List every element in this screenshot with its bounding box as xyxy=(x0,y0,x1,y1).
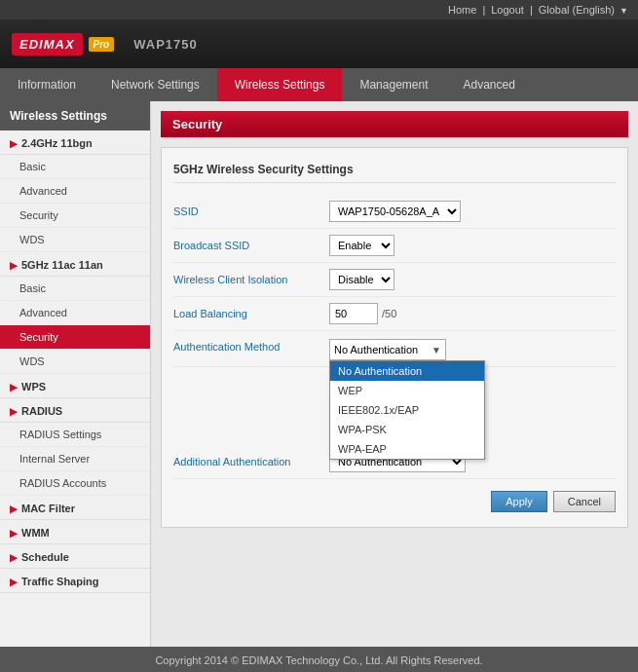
arrow-icon-mac: ▶ xyxy=(10,504,18,514)
auth-option-no-auth[interactable]: No Authentication xyxy=(330,361,484,381)
ssid-control: WAP1750-05628A_A xyxy=(329,201,461,222)
button-row: Apply Cancel xyxy=(173,491,616,512)
broadcast-ssid-control: Enable Disable xyxy=(329,235,394,256)
nav-item-network-settings[interactable]: Network Settings xyxy=(94,68,217,101)
broadcast-ssid-select[interactable]: Enable Disable xyxy=(329,235,394,256)
sidebar-title: Wireless Settings xyxy=(0,101,150,131)
footer-text: Copyright 2014 © EDIMAX Technology Co., … xyxy=(155,654,482,666)
sep2: | xyxy=(530,4,533,16)
auth-method-label: Authentication Method xyxy=(173,339,329,353)
arrow-icon: ▶ xyxy=(10,138,18,149)
arrow-icon-wps: ▶ xyxy=(10,382,18,392)
nav-item-wireless-settings[interactable]: Wireless Settings xyxy=(217,68,343,101)
arrow-icon-traffic: ▶ xyxy=(10,577,18,587)
sidebar-section-schedule[interactable]: ▶ Schedule xyxy=(0,544,150,569)
logout-link[interactable]: Logout xyxy=(491,4,524,16)
header: EDIMAX Pro WAP1750 xyxy=(0,19,638,68)
sidebar-item-wds-2g[interactable]: WDS xyxy=(0,228,150,252)
auth-method-dropdown-container: No Authentication ▼ No Authentication WE… xyxy=(329,339,446,360)
top-bar: Home | Logout | Global (English) ▼ xyxy=(0,0,638,19)
sidebar-item-security-5g[interactable]: Security xyxy=(0,325,150,350)
sidebar-section-traffic-shaping[interactable]: ▶ Traffic Shaping xyxy=(0,569,150,593)
sep1: | xyxy=(482,4,485,16)
chevron-down-icon: ▼ xyxy=(619,6,628,16)
sidebar-item-internal-server[interactable]: Internal Server xyxy=(0,447,150,471)
nav-item-information[interactable]: Information xyxy=(0,68,94,101)
sidebar-section-2ghz[interactable]: ▶ 2.4GHz 11bgn xyxy=(0,131,150,155)
arrow-icon-5g: ▶ xyxy=(10,260,18,271)
arrow-icon-wmm: ▶ xyxy=(10,528,18,539)
sidebar-item-radius-settings[interactable]: RADIUS Settings xyxy=(0,423,150,447)
client-isolation-control: Disable Enable xyxy=(329,269,394,290)
sidebar-section-5ghz[interactable]: ▶ 5GHz 11ac 11an xyxy=(0,252,150,277)
panel-title: 5GHz Wireless Security Settings xyxy=(173,163,616,183)
sidebar-section-mac-filter[interactable]: ▶ MAC Filter xyxy=(0,496,150,520)
auth-option-ieee8021x[interactable]: IEEE802.1x/EAP xyxy=(330,400,484,420)
device-name: WAP1750 xyxy=(133,37,198,52)
broadcast-ssid-row: Broadcast SSID Enable Disable xyxy=(173,229,616,263)
client-isolation-select[interactable]: Disable Enable xyxy=(329,269,394,290)
client-isolation-label: Wireless Client Isolation xyxy=(173,274,329,285)
main-nav: Information Network Settings Wireless Se… xyxy=(0,68,638,101)
additional-auth-label: Additional Authentication xyxy=(173,456,329,467)
auth-method-dropdown-list: No Authentication WEP IEEE802.1x/EAP WPA… xyxy=(329,360,485,460)
brand-logo: EDIMAX xyxy=(12,33,83,56)
layout: Wireless Settings ▶ 2.4GHz 11bgn Basic A… xyxy=(0,101,638,647)
arrow-icon-radius: ▶ xyxy=(10,406,18,417)
home-link[interactable]: Home xyxy=(448,4,476,16)
cancel-button[interactable]: Cancel xyxy=(553,491,616,512)
auth-method-row: Authentication Method No Authentication … xyxy=(173,331,616,367)
sidebar: Wireless Settings ▶ 2.4GHz 11bgn Basic A… xyxy=(0,101,151,647)
sidebar-section-wps[interactable]: ▶ WPS xyxy=(0,374,150,398)
sidebar-item-wds-5g[interactable]: WDS xyxy=(0,350,150,374)
nav-item-advanced[interactable]: Advanced xyxy=(445,68,532,101)
settings-panel: 5GHz Wireless Security Settings SSID WAP… xyxy=(161,147,628,528)
pro-badge: Pro xyxy=(89,37,115,52)
ssid-select[interactable]: WAP1750-05628A_A xyxy=(329,201,461,222)
dropdown-arrow-icon: ▼ xyxy=(432,345,441,355)
footer: Copyright 2014 © EDIMAX Technology Co., … xyxy=(0,647,638,672)
auth-option-wpa-psk[interactable]: WPA-PSK xyxy=(330,420,484,439)
auth-option-wpa-eap[interactable]: WPA-EAP xyxy=(330,439,484,459)
load-balancing-row: Load Balancing /50 xyxy=(173,297,616,331)
client-isolation-row: Wireless Client Isolation Disable Enable xyxy=(173,263,616,297)
load-balancing-label: Load Balancing xyxy=(173,308,329,319)
broadcast-ssid-label: Broadcast SSID xyxy=(173,240,329,251)
section-title: Security xyxy=(161,111,628,137)
ssid-label: SSID xyxy=(173,205,329,217)
ssid-row: SSID WAP1750-05628A_A xyxy=(173,195,616,229)
sidebar-item-basic-2g[interactable]: Basic xyxy=(0,155,150,179)
auth-method-value: No Authentication xyxy=(334,344,418,355)
sidebar-item-advanced-5g[interactable]: Advanced xyxy=(0,301,150,325)
arrow-icon-schedule: ▶ xyxy=(10,552,18,563)
auth-method-control: No Authentication ▼ No Authentication WE… xyxy=(329,339,446,360)
sidebar-section-wmm[interactable]: ▶ WMM xyxy=(0,520,150,544)
load-balancing-input[interactable] xyxy=(329,303,378,324)
sidebar-item-security-2g[interactable]: Security xyxy=(0,204,150,228)
sidebar-item-radius-accounts[interactable]: RADIUS Accounts xyxy=(0,471,150,496)
sidebar-item-basic-5g[interactable]: Basic xyxy=(0,277,150,301)
language-selector[interactable]: Global (English) ▼ xyxy=(539,4,628,16)
auth-method-trigger[interactable]: No Authentication ▼ xyxy=(329,339,446,360)
nav-item-management[interactable]: Management xyxy=(342,68,445,101)
sidebar-section-radius[interactable]: ▶ RADIUS xyxy=(0,398,150,423)
sidebar-item-advanced-2g[interactable]: Advanced xyxy=(0,179,150,204)
main-content: Security 5GHz Wireless Security Settings… xyxy=(151,101,638,647)
logo-area: EDIMAX Pro xyxy=(12,33,114,56)
apply-button[interactable]: Apply xyxy=(491,491,547,512)
auth-option-wep[interactable]: WEP xyxy=(330,381,484,400)
load-balancing-control: /50 xyxy=(329,303,396,324)
load-max: /50 xyxy=(382,308,396,319)
